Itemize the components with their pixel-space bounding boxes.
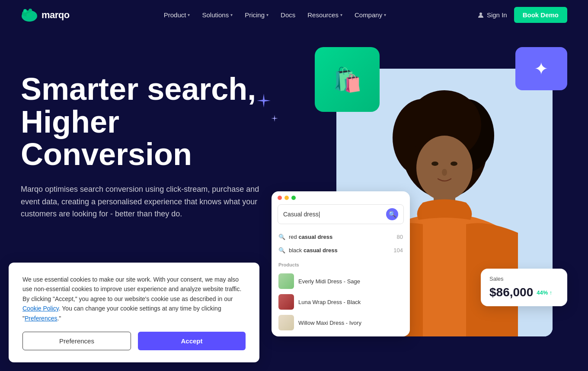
svg-point-14 — [451, 162, 457, 166]
cursor-card: ✦ — [515, 47, 567, 90]
window-minimize-dot — [284, 196, 289, 200]
nav-link-product[interactable]: Product ▾ — [164, 11, 190, 19]
logo[interactable]: marqo — [21, 7, 73, 23]
logo-icon — [21, 8, 38, 22]
sparkle-icon — [256, 82, 272, 114]
window-close-dot — [278, 196, 282, 200]
chevron-down-icon: ▾ — [188, 13, 190, 17]
preferences-button[interactable]: Preferences — [22, 332, 131, 350]
sales-card: Sales $86,000 44% ↑ — [481, 269, 567, 306]
user-icon — [477, 12, 484, 19]
svg-point-15 — [442, 169, 447, 176]
search-small-icon: 🔍 — [278, 247, 285, 254]
suggestion-item-1[interactable]: 🔍 red casual dress 80 — [272, 230, 410, 244]
chevron-down-icon: ▾ — [384, 13, 386, 17]
chevron-down-icon: ▾ — [230, 13, 233, 17]
nav-menu: Product ▾ Solutions ▾ Pricing ▾ Docs Res… — [164, 11, 386, 19]
chevron-down-icon: ▾ — [266, 13, 268, 17]
cookie-banner: We use essential cookies to make our sit… — [9, 263, 259, 362]
svg-point-4 — [23, 9, 27, 13]
search-icon[interactable]: 🔍 — [386, 208, 398, 220]
hero-visual: 🛍️ ✦ — [280, 47, 567, 349]
nav-link-solutions[interactable]: Solutions ▾ — [202, 11, 233, 19]
suggestion-item-2[interactable]: 🔍 black casual dress 104 — [272, 244, 410, 257]
accept-button[interactable]: Accept — [138, 332, 246, 350]
search-small-icon: 🔍 — [278, 234, 285, 240]
cookie-policy-link[interactable]: Cookie Policy — [22, 305, 59, 312]
cookie-text: We use essential cookies to make our sit… — [22, 275, 246, 323]
product-item-1[interactable]: Everly Midi Dress - Sage — [278, 271, 403, 292]
suggestions-list: 🔍 red casual dress 80 🔍 black casual dre… — [272, 228, 410, 259]
hero-content: Smarter search, Higher Conversion Marqo … — [21, 47, 280, 238]
nav-actions: Sign In Book Demo — [477, 7, 567, 23]
chevron-down-icon: ▾ — [340, 13, 342, 17]
hero-description: Marqo optimises search conversion using … — [21, 183, 263, 220]
product-item-2[interactable]: Luna Wrap Dress - Black — [278, 292, 403, 312]
cookie-buttons: Preferences Accept — [22, 332, 246, 350]
svg-point-5 — [29, 9, 32, 12]
sign-in-button[interactable]: Sign In — [477, 11, 507, 19]
svg-point-6 — [479, 13, 482, 15]
search-autocomplete-card: Casual dress| 🔍 🔍 red casual dress 80 🔍 — [272, 191, 410, 336]
search-input-display: Casual dress| — [283, 211, 383, 218]
nav-item-company[interactable]: Company ▾ — [355, 11, 386, 19]
nav-item-pricing[interactable]: Pricing ▾ — [245, 11, 268, 19]
product-thumbnail-2 — [278, 294, 294, 310]
preferences-inline-link[interactable]: Preferences — [25, 315, 57, 322]
nav-link-pricing[interactable]: Pricing ▾ — [245, 11, 268, 19]
nav-link-company[interactable]: Company ▾ — [355, 11, 386, 19]
nav-item-solutions[interactable]: Solutions ▾ — [202, 11, 233, 19]
shopping-bag-card: 🛍️ — [315, 47, 380, 112]
shopping-bag-icon: 🛍️ — [333, 66, 362, 93]
nav-link-resources[interactable]: Resources ▾ — [307, 11, 342, 19]
cursor-icon: ✦ — [534, 59, 549, 79]
products-section: Products Everly Midi Dress - Sage Luna W… — [272, 259, 410, 336]
window-controls — [272, 191, 410, 204]
window-maximize-dot — [291, 196, 296, 200]
svg-point-13 — [431, 162, 438, 166]
search-bar[interactable]: Casual dress| 🔍 — [278, 204, 404, 224]
nav-item-resources[interactable]: Resources ▾ — [307, 11, 342, 19]
nav-link-docs[interactable]: Docs — [281, 11, 295, 19]
book-demo-button[interactable]: Book Demo — [514, 7, 567, 23]
svg-point-3 — [26, 13, 32, 17]
logo-text: marqo — [42, 10, 70, 21]
svg-point-12 — [416, 136, 473, 200]
hero-title: Smarter search, Higher Conversion — [21, 73, 280, 171]
nav-item-docs[interactable]: Docs — [281, 11, 295, 19]
product-thumbnail-3 — [278, 315, 294, 330]
product-item-3[interactable]: Willow Maxi Dress - Ivory — [278, 312, 403, 333]
navbar: marqo Product ▾ Solutions ▾ Pricing ▾ Do… — [0, 0, 588, 30]
sales-amount: $86,000 44% ↑ — [489, 285, 559, 299]
nav-item-product[interactable]: Product ▾ — [164, 11, 190, 19]
product-thumbnail-1 — [278, 273, 294, 289]
sparkle-small-icon — [271, 95, 278, 128]
